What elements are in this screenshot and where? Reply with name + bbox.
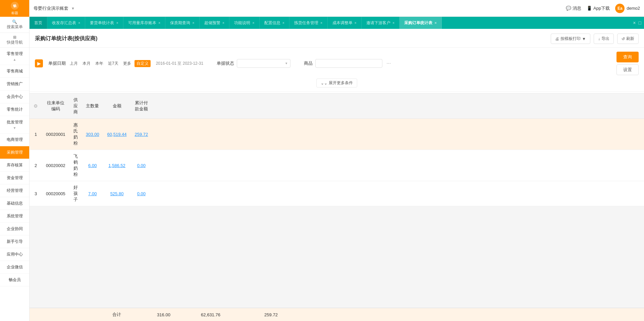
cell-no-3: 3: [30, 181, 42, 206]
col-header-settings: ⚙: [30, 94, 42, 119]
sidebar-item-wholesale-mgmt[interactable]: 批发管理 ▼: [0, 116, 29, 133]
tab-home[interactable]: 首页: [30, 17, 47, 29]
shortcut-last-month[interactable]: 上月: [68, 60, 79, 67]
filter-status-select[interactable]: [237, 59, 290, 68]
filter-status-select-wrap: [237, 59, 290, 68]
sidebar-item-retail-stat[interactable]: 零售统计: [0, 103, 29, 116]
paid-link-3[interactable]: 0.00: [137, 191, 146, 196]
amount-link-3[interactable]: 525.80: [110, 191, 124, 196]
tab-maximize-btn[interactable]: □: [639, 20, 641, 25]
cell-empty-1: [152, 119, 644, 150]
shortcut-more[interactable]: 更多: [122, 60, 132, 67]
tab-task-mgmt[interactable]: 拣货任务管理 ×: [289, 17, 327, 29]
cell-supplier-3: 好孩子: [69, 181, 82, 206]
topbar-messages[interactable]: 💬 消息: [566, 5, 581, 11]
sidebar-item-label: 电商管理: [7, 137, 23, 143]
column-settings-icon[interactable]: ⚙: [34, 103, 38, 109]
page-header: 采购订单统计表(按供应商) 🖨 按模板打印 ▼ ↓ 导出 ↺ 刷新: [30, 29, 644, 48]
topbar-dropdown-icon[interactable]: ▼: [71, 6, 75, 10]
sidebar-nav[interactable]: ⊞ 快捷导航: [0, 33, 29, 48]
tab-goods-stat[interactable]: 要货单统计表 ×: [85, 17, 123, 29]
qty-link-3[interactable]: 7.00: [88, 191, 97, 196]
filter-bar: ▶ 单据日期 上月 本月 本年 近7天 更多 自定义 2016-01-01 至: [30, 48, 644, 92]
sidebar-item-member[interactable]: 畅会员: [0, 274, 29, 286]
tab-config-close[interactable]: ×: [282, 21, 284, 25]
qty-link-1[interactable]: 303.00: [86, 132, 99, 137]
sidebar-item-retail-mall[interactable]: 零售商城: [0, 65, 29, 78]
tab-func-doc-close[interactable]: ×: [252, 21, 254, 25]
tab-available-stock-label: 可用量库存账本: [128, 20, 156, 26]
filter-goods-input[interactable]: [315, 59, 382, 68]
tab-close-all-btn[interactable]: ×: [633, 20, 636, 25]
refresh-icon: ↺: [622, 37, 625, 41]
refresh-button[interactable]: ↺ 刷新: [617, 34, 639, 44]
tab-goods-stat-close[interactable]: ×: [116, 21, 118, 25]
tab-receive-close[interactable]: ×: [78, 21, 80, 25]
amount-link-2[interactable]: 1,586.52: [108, 163, 125, 168]
tab-purchase-stat[interactable]: 采购订单统计表 ×: [399, 17, 441, 29]
tab-overstock[interactable]: 超储预警 ×: [200, 17, 229, 29]
tab-invite-close[interactable]: ×: [392, 21, 394, 25]
sidebar-item-corp-wechat[interactable]: 企业微信: [0, 261, 29, 274]
sidebar-item-ops-mgmt[interactable]: 经营管理: [0, 184, 29, 197]
tab-warranty-close[interactable]: ×: [192, 21, 194, 25]
cell-supplier-1: 惠氏奶粉: [69, 119, 82, 150]
export-button[interactable]: ↓ 导出: [594, 34, 614, 44]
sidebar-item-sys-mgmt[interactable]: 系统管理: [0, 210, 29, 223]
tab-task-mgmt-close[interactable]: ×: [320, 21, 322, 25]
tab-cost-adj-close[interactable]: ×: [355, 21, 357, 25]
filter-toggle-button[interactable]: ▶: [35, 59, 43, 67]
content-area: 采购订单统计表(按供应商) 🖨 按模板打印 ▼ ↓ 导出 ↺ 刷新: [30, 29, 644, 308]
tab-available-stock-close[interactable]: ×: [158, 21, 160, 25]
topbar-user[interactable]: Ea demo2: [615, 4, 640, 13]
shortcut-7days[interactable]: 近7天: [107, 60, 120, 67]
sidebar-item-label: 新手引导: [7, 239, 23, 245]
sidebar-item-corp-collab[interactable]: 企业协同: [0, 223, 29, 235]
export-icon: ↓: [598, 37, 600, 41]
topbar-app-download[interactable]: 📱 App下载: [587, 5, 610, 11]
sidebar-item-mkt-promo[interactable]: 营销推广: [0, 78, 29, 91]
shortcut-this-month[interactable]: 本月: [81, 60, 92, 67]
template-print-button[interactable]: 🖨 按模板打印 ▼: [551, 34, 590, 44]
tab-overstock-close[interactable]: ×: [222, 21, 224, 25]
tab-warranty[interactable]: 保质期查询 ×: [165, 17, 199, 29]
sidebar-item-app-center[interactable]: 应用中心: [0, 248, 29, 261]
amount-link-1[interactable]: 60,519.44: [107, 132, 127, 137]
col-header-supplier: 供应商: [69, 94, 82, 119]
shortcut-this-year[interactable]: 本年: [94, 60, 105, 67]
sidebar-item-retail-mgmt[interactable]: 零售管理 ▲: [0, 48, 29, 65]
paid-link-1[interactable]: 259.72: [135, 132, 148, 137]
paid-link-2[interactable]: 0.00: [137, 163, 146, 168]
tab-available-stock[interactable]: 可用量库存账本 ×: [123, 17, 165, 29]
sidebar-item-inventory[interactable]: 库存核算: [0, 159, 29, 172]
sidebar-item-member-center[interactable]: 会员中心: [0, 91, 29, 103]
shortcut-custom[interactable]: 自定义: [135, 60, 151, 67]
tab-cost-adj[interactable]: 成本调整单 ×: [328, 17, 362, 29]
filter-goods-more-btn[interactable]: ···: [385, 61, 392, 66]
filter-settings-button[interactable]: 设置: [616, 64, 639, 75]
sidebar-search[interactable]: 🔍 搜索菜单: [0, 17, 29, 33]
sidebar-item-ecom-mgmt[interactable]: 电商管理: [0, 133, 29, 146]
cell-qty-2: 6.00: [82, 150, 103, 181]
search-icon: 🔍: [2, 19, 27, 24]
sidebar-item-basic-info[interactable]: 基础信息: [0, 197, 29, 210]
sidebar-item-purchase-mgmt[interactable]: 采购管理: [0, 146, 29, 159]
cell-empty-2: [152, 150, 644, 181]
sidebar-item-label: 库存核算: [7, 162, 23, 168]
tab-config[interactable]: 配置信息 ×: [260, 17, 289, 29]
cell-code-3: 00020005: [42, 181, 69, 206]
tab-func-doc[interactable]: 功能说明 ×: [229, 17, 259, 29]
search-button[interactable]: 查询: [616, 52, 639, 62]
sidebar-item-new-guide[interactable]: 新手引导: [0, 235, 29, 248]
tab-receive[interactable]: 收发存汇总表 ×: [47, 17, 85, 29]
page-panel: 采购订单统计表(按供应商) 🖨 按模板打印 ▼ ↓ 导出 ↺ 刷新: [30, 29, 644, 206]
sidebar-item-label: 零售管理: [7, 51, 23, 57]
sidebar-nav-label: 快捷导航: [2, 40, 27, 45]
cell-paid-2: 0.00: [130, 150, 152, 181]
sidebar-item-finance[interactable]: 资金管理: [0, 172, 29, 184]
qty-link-2[interactable]: 6.00: [88, 163, 97, 168]
tab-purchase-stat-close[interactable]: ×: [434, 21, 436, 25]
tab-invite[interactable]: 邀请下游客户 ×: [362, 17, 399, 29]
filter-status-label: 单据状态: [217, 60, 234, 66]
expand-more-button[interactable]: ⌄⌄ 展开更多条件: [316, 78, 357, 88]
